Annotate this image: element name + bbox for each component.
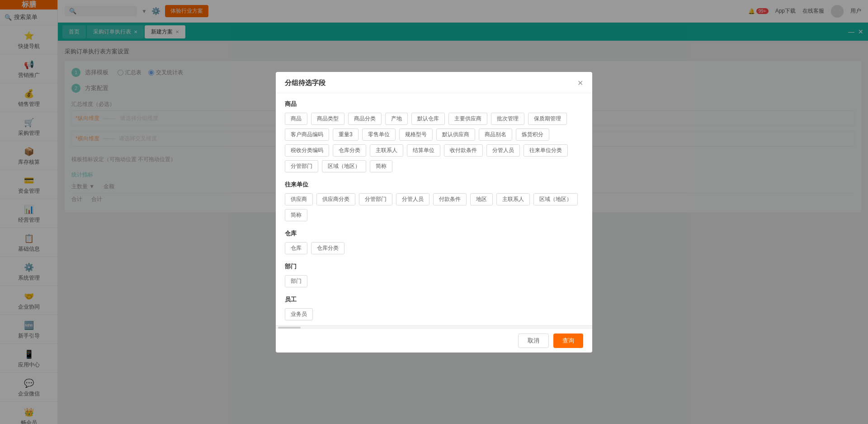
goods-fields: 商品 商品类型 商品分类 产地 默认仓库 主要供应商 批次管理 保质期管理 客户… (285, 113, 583, 172)
field-tag[interactable]: 产地 (385, 113, 408, 125)
modal-close-button[interactable]: ✕ (577, 79, 583, 87)
field-select-modal: 分组待选字段 ✕ 商品 商品 商品类型 商品分类 产地 默认仓库 主要供应商 批… (276, 72, 592, 353)
modal-title: 分组待选字段 (285, 79, 326, 87)
field-tag[interactable]: 零售单位 (362, 129, 396, 141)
confirm-button[interactable]: 查询 (553, 333, 583, 348)
field-tag[interactable]: 仓库 (285, 242, 307, 254)
field-tag[interactable]: 分管人员 (486, 144, 520, 157)
section-partner: 往来单位 供应商 供应商分类 分管部门 分管人员 付款条件 地区 主联系人 区域… (285, 181, 583, 221)
field-tag[interactable]: 简称 (370, 160, 392, 172)
section-goods-title: 商品 (285, 100, 583, 108)
field-tag[interactable]: 区域（地区） (322, 160, 366, 172)
section-warehouse-title: 仓库 (285, 229, 583, 238)
field-tag[interactable]: 业务员 (285, 308, 313, 320)
field-tag[interactable]: 区域（地区） (533, 193, 578, 205)
modal-body: 商品 商品 商品类型 商品分类 产地 默认仓库 主要供应商 批次管理 保质期管理… (276, 93, 592, 325)
department-fields: 部门 (285, 275, 583, 287)
field-tag[interactable]: 规格型号 (399, 129, 433, 141)
field-tag[interactable]: 炼货积分 (516, 129, 549, 141)
field-tag[interactable]: 商品分类 (348, 113, 382, 125)
field-tag[interactable]: 商品类型 (311, 113, 344, 125)
field-tag[interactable]: 供应商分类 (316, 193, 355, 205)
warehouse-fields: 仓库 仓库分类 (285, 242, 583, 254)
field-tag[interactable]: 地区 (470, 193, 493, 205)
modal-footer: 取消 查询 (276, 329, 592, 353)
field-tag[interactable]: 默认仓库 (411, 113, 445, 125)
employee-fields: 业务员 (285, 308, 583, 320)
field-tag[interactable]: 往来单位分类 (524, 144, 568, 157)
modal-overlay: 分组待选字段 ✕ 商品 商品 商品类型 商品分类 产地 默认仓库 主要供应商 批… (0, 0, 868, 424)
field-tag[interactable]: 批次管理 (491, 113, 524, 125)
modal-horizontal-scrollbar[interactable] (276, 325, 592, 329)
field-tag[interactable]: 结算单位 (407, 144, 440, 157)
field-tag[interactable]: 主联系人 (496, 193, 530, 205)
field-tag[interactable]: 客户商品编码 (285, 129, 329, 141)
field-tag[interactable]: 商品别名 (479, 129, 512, 141)
field-tag[interactable]: 主要供应商 (448, 113, 487, 125)
modal-header: 分组待选字段 ✕ (276, 72, 592, 93)
partner-fields: 供应商 供应商分类 分管部门 分管人员 付款条件 地区 主联系人 区域（地区） … (285, 193, 583, 221)
section-employee-title: 员工 (285, 295, 583, 304)
field-tag[interactable]: 主联系人 (370, 144, 403, 157)
section-warehouse: 仓库 仓库 仓库分类 (285, 229, 583, 254)
section-department-title: 部门 (285, 262, 583, 271)
field-tag[interactable]: 仓库分类 (311, 242, 344, 254)
field-tag[interactable]: 默认供应商 (436, 129, 475, 141)
field-tag[interactable]: 付款条件 (433, 193, 467, 205)
field-tag[interactable]: 部门 (285, 275, 307, 287)
field-tag[interactable]: 分管部门 (285, 160, 318, 172)
field-tag[interactable]: 仓库分类 (333, 144, 366, 157)
field-tag[interactable]: 重量3 (333, 129, 359, 141)
field-tag[interactable]: 分管部门 (359, 193, 392, 205)
field-tag[interactable]: 简称 (285, 209, 307, 221)
field-tag[interactable]: 分管人员 (396, 193, 429, 205)
field-tag[interactable]: 商品 (285, 113, 307, 125)
section-partner-title: 往来单位 (285, 181, 583, 189)
field-tag[interactable]: 供应商 (285, 193, 313, 205)
section-employee: 员工 业务员 (285, 295, 583, 320)
cancel-button[interactable]: 取消 (518, 333, 549, 348)
section-goods: 商品 商品 商品类型 商品分类 产地 默认仓库 主要供应商 批次管理 保质期管理… (285, 100, 583, 172)
field-tag[interactable]: 保质期管理 (528, 113, 567, 125)
field-tag[interactable]: 税收分类编码 (285, 144, 329, 157)
section-department: 部门 部门 (285, 262, 583, 287)
field-tag[interactable]: 收付款条件 (444, 144, 483, 157)
